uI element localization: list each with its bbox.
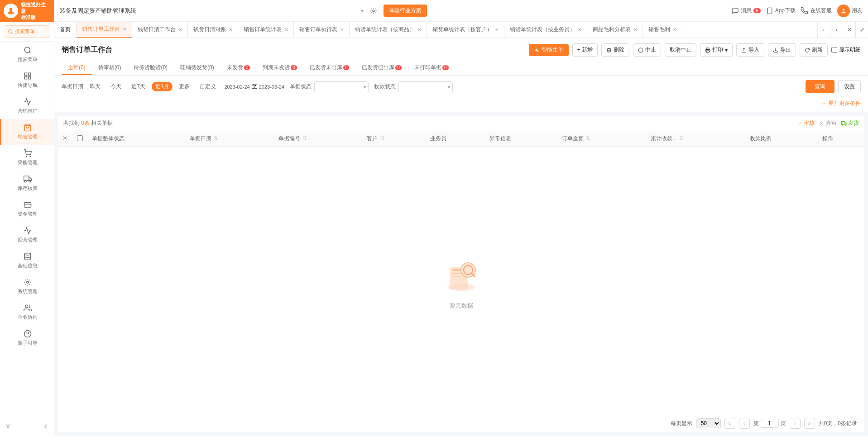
sidebar-nav-item-finance[interactable]: 资金管理 <box>0 196 54 222</box>
sort-customer-icon[interactable]: ⇅ <box>380 135 385 142</box>
pagination-per-page-select[interactable]: 10 20 50 100 <box>696 418 721 428</box>
tab-gross-profit[interactable]: 商品毛利分析表 ✕ <box>587 22 643 38</box>
sidebar-nav-item-system[interactable]: 系统管理 <box>0 274 54 299</box>
tab-close-customer[interactable]: ✕ <box>495 27 499 32</box>
sort-collected-icon[interactable]: ⇅ <box>679 135 684 142</box>
sidebar-nav-item-marketing[interactable]: 营销推广 <box>0 93 54 119</box>
collapse-icon[interactable] <box>42 423 49 431</box>
tab-home[interactable]: 首页 <box>54 22 77 38</box>
query-button[interactable]: 查询 <box>806 80 834 93</box>
tab-close-sales-exec[interactable]: ✕ <box>340 27 344 32</box>
search-menu-button[interactable]: 搜索菜单 <box>4 25 50 38</box>
col-header-settings[interactable] <box>58 131 72 147</box>
sub-tab-not-printed[interactable]: 未打印单据0 <box>408 61 455 75</box>
tab-cash-clear[interactable]: 钱货日清工作台 ✕ <box>132 22 188 38</box>
col-header-staff[interactable]: 业务员 <box>426 131 485 147</box>
topbar-gear-button[interactable] <box>367 5 380 17</box>
tab-cash-reconcile[interactable]: 钱货日清对账 ✕ <box>188 22 238 38</box>
refresh-button[interactable]: 刷新 <box>800 43 828 57</box>
sidebar-nav-item-inventory[interactable]: 库存核算 <box>0 171 54 196</box>
industry-solution-button[interactable]: 体验行业方案 <box>384 5 427 17</box>
delete-button[interactable]: 删除 <box>601 43 629 57</box>
tab-sales-summary-product[interactable]: 销货单统计表（按商品） ✕ <box>350 22 427 38</box>
sort-date-icon[interactable]: ⇅ <box>214 135 218 142</box>
sidebar-nav-item-operations[interactable]: 经营管理 <box>0 222 54 248</box>
sub-tab-wangpu-ship[interactable]: 旺铺待发货(0) <box>174 61 221 75</box>
ship-action-button[interactable]: 发货 <box>841 119 859 127</box>
col-header-status[interactable]: 单据整体状态 <box>87 131 185 147</box>
settings-icon[interactable] <box>5 423 12 431</box>
expand-conditions-button[interactable]: 展开更多条件 <box>821 100 861 107</box>
sub-tab-shipped-not-out[interactable]: 已发货未出库0 <box>303 61 356 75</box>
tab-close-product[interactable]: ✕ <box>417 27 421 32</box>
tab-close-sales-workbench[interactable]: ✕ <box>123 27 126 32</box>
message-button[interactable]: 消息 6 <box>732 7 761 14</box>
sub-tab-all[interactable]: 全部(0) <box>62 61 92 75</box>
tab-sales-more[interactable]: 销售毛利 ✕ <box>643 22 682 38</box>
sub-tab-pending-check[interactable]: 待拣货验货(0) <box>127 61 174 75</box>
cancel-review-action-button[interactable]: 弃审 <box>819 119 837 127</box>
add-button[interactable]: + 新增 <box>572 43 598 57</box>
set-button[interactable]: 设置 <box>838 80 861 93</box>
show-detail-label[interactable]: 显示明细 <box>831 46 861 54</box>
table-scroll-area[interactable]: 单据整体状态 单据日期 ⇅ 单据编号 ⇅ 客户 <box>58 131 864 414</box>
topbar-dropdown-icon[interactable]: ▾ <box>361 8 364 14</box>
filter-date-yesterday[interactable]: 昨天 <box>86 82 104 91</box>
sub-tab-expired-not-ship[interactable]: 到期未发货0 <box>256 61 303 75</box>
sidebar-nav-item-basic[interactable]: 基础信息 <box>0 248 54 274</box>
tab-close-staff[interactable]: ✕ <box>578 27 581 32</box>
print-button[interactable]: 打印 ▾ <box>700 43 733 57</box>
col-header-date[interactable]: 单据日期 ⇅ <box>185 131 274 147</box>
import-button[interactable]: 导入 <box>736 43 764 57</box>
tab-close-cash-reconcile[interactable]: ✕ <box>229 27 232 32</box>
tab-sales-summary-customer[interactable]: 销货单统计表（按客户） ✕ <box>427 22 504 38</box>
export-button[interactable]: 导出 <box>768 43 796 57</box>
sub-tab-shipped-out[interactable]: 已发货已出库0 <box>355 61 408 75</box>
app-download-button[interactable]: App下载 <box>766 7 796 14</box>
col-header-exception[interactable]: 异常信息 <box>485 131 557 147</box>
pagination-first-button[interactable]: « <box>724 418 735 429</box>
pagination-next-button[interactable]: › <box>790 418 801 429</box>
sub-tab-pending-review[interactable]: 待审核(0) <box>92 61 128 75</box>
online-service-button[interactable]: 在线客服 <box>801 7 832 14</box>
user-menu-button[interactable]: 用友 <box>837 5 863 17</box>
filter-payment-select[interactable] <box>398 81 453 92</box>
tab-close-sales-more[interactable]: ✕ <box>673 27 676 32</box>
sub-tab-not-shipped[interactable]: 未发货0 <box>221 61 257 75</box>
smart-order-button[interactable]: 智能生单 <box>529 44 569 56</box>
col-header-customer[interactable]: 客户 ⇅ <box>362 131 425 147</box>
filter-date-today[interactable]: 今天 <box>107 82 125 91</box>
col-header-collected[interactable]: 累计收款... ⇅ <box>646 131 745 147</box>
col-header-number[interactable]: 单据编号 ⇅ <box>274 131 363 147</box>
filter-date-more[interactable]: 更多 <box>175 82 193 91</box>
filter-date-1month[interactable]: 近1月 <box>152 82 173 91</box>
sidebar-nav-item-purchase[interactable]: 采购管理 <box>0 145 54 171</box>
sidebar-nav-item-guide[interactable]: 新手引导 <box>0 325 54 351</box>
sort-amount-icon[interactable]: ⇅ <box>586 135 590 142</box>
select-all-checkbox[interactable] <box>77 135 83 141</box>
print-dropdown-icon[interactable]: ▾ <box>725 47 728 53</box>
pagination-prev-button[interactable]: ‹ <box>739 418 750 429</box>
show-detail-checkbox[interactable] <box>831 47 837 53</box>
tab-close-sales-stat[interactable]: ✕ <box>284 27 288 32</box>
filter-date-7days[interactable]: 近7天 <box>128 82 149 91</box>
tab-sales-exec[interactable]: 销售订单执行表 ✕ <box>294 22 350 38</box>
filter-date-custom[interactable]: 自定义 <box>196 82 220 91</box>
col-header-ratio[interactable]: 收款比例 <box>745 131 818 147</box>
tab-close-gross-profit[interactable]: ✕ <box>633 27 637 32</box>
sidebar-nav-item-search[interactable]: 搜索菜单 <box>0 42 54 67</box>
cancel-pause-button[interactable]: 取消中止 <box>665 43 696 57</box>
col-header-checkbox[interactable] <box>72 131 87 147</box>
sidebar-nav-item-quick[interactable]: 快捷导航 <box>0 67 54 93</box>
tab-scroll-left[interactable]: ‹ <box>817 22 830 38</box>
filter-status-select[interactable] <box>314 81 369 92</box>
sidebar-nav-item-sales[interactable]: 销售管理 <box>0 119 54 145</box>
tab-sales-workbench[interactable]: 销售订单工作台 ✕ <box>77 22 132 38</box>
tab-close-all[interactable]: ✕ <box>843 22 855 38</box>
tab-sales-stat[interactable]: 销售订单统计表 ✕ <box>238 22 294 38</box>
col-header-amount[interactable]: 订单金额 ⇅ <box>557 131 646 147</box>
tab-expand[interactable]: ⤢ <box>855 22 868 38</box>
pause-button[interactable]: 中止 <box>633 43 661 57</box>
sort-number-icon[interactable]: ⇅ <box>302 135 307 142</box>
tab-sales-summary-staff[interactable]: 销货单统计表（按业务员） ✕ <box>504 22 587 38</box>
